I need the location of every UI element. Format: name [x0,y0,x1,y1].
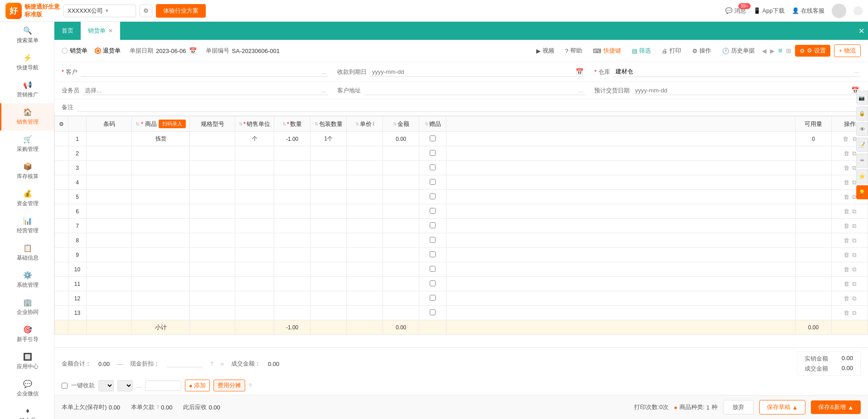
float-btn-6[interactable]: ⭐ [856,169,868,183]
sidebar-item-inventory[interactable]: 📦 库存核算 [0,158,54,185]
debit-info-icon[interactable]: ? [156,405,159,410]
qty-sort-icon[interactable]: ⇅ [282,121,286,126]
customer-addr-dots[interactable]: ... [578,87,583,94]
row3-gift-checkbox[interactable] [430,164,436,170]
save-new-button[interactable]: 保存&新增 ▲ [811,400,861,414]
sidebar-item-purchase[interactable]: 🛒 采购管理 [0,130,54,158]
float-btn-1[interactable]: 📷 [856,91,868,105]
nav-prev-icon[interactable]: ◀ [762,48,766,54]
row1-pack[interactable]: 1个 [310,132,347,146]
sidebar-item-basic[interactable]: 📋 基础信息 [0,239,54,266]
note-input[interactable] [79,104,859,111]
amount-input[interactable] [145,380,181,391]
salesperson-dots[interactable]: ... [321,87,326,94]
operate-btn[interactable]: ⚙ 操作 [689,45,715,56]
discount-info-icon[interactable]: ? [210,361,213,366]
row3-copy-icon[interactable]: ⧉ [852,164,856,171]
th-settings[interactable]: ⚙ [55,116,68,132]
price-info-icon[interactable]: ℹ [373,121,374,127]
sidebar-item-sales[interactable]: 🏠 销售管理 [0,103,54,130]
warehouse-wrapper[interactable]: 建材仓 ... [614,67,861,77]
product-sort-icon[interactable]: ⇅ [136,121,139,126]
float-btn-3[interactable]: 👁 [856,122,868,136]
discard-button[interactable]: 放弃 [723,400,754,414]
account-dots[interactable]: ... [136,382,141,389]
salesperson-wrapper[interactable]: ... [83,86,328,95]
account-select[interactable] [117,380,133,391]
sales-order-radio[interactable]: 销货单 [62,47,87,55]
sidebar-item-operations[interactable]: 📊 经营管理 [0,212,54,239]
row1-delete-icon[interactable]: 🗑 [843,135,849,142]
one-click-payment-checkbox[interactable] [62,383,68,389]
tab-home[interactable]: 首页 [54,22,81,40]
save-draft-button[interactable]: 保存草稿 ▲ [759,400,806,414]
expense-btn[interactable]: 费用分摊 [213,380,245,391]
row1-spec[interactable] [190,132,235,146]
settings-btn[interactable]: ⚙ ⚙ 设置 [795,45,830,57]
sidebar-item-wechat[interactable]: 💬 企业微信 [0,375,54,402]
float-btn-5[interactable]: ✏ [856,154,868,168]
delivery-date-wrapper[interactable]: 📅 [633,86,861,95]
float-btn-7[interactable]: 💡 [856,185,868,199]
settings-icon[interactable]: ⚙ [140,5,152,17]
nav-next-icon[interactable]: ▶ [770,48,775,54]
pack-sort-icon[interactable]: ⇅ [315,121,318,126]
user-avatar[interactable] [832,4,846,18]
return-order-radio[interactable]: 退货单 [95,47,121,55]
customer-addr-input[interactable] [366,87,579,94]
sidebar-item-system[interactable]: ⚙️ 系统管理 [0,266,54,294]
message-button[interactable]: 💬 消息 99+ [725,7,746,15]
row1-qty[interactable]: -1.00 [274,132,310,146]
sidebar-item-search[interactable]: 🔍 搜索菜单 [0,22,54,49]
float-btn-2[interactable]: 🔒 [856,106,868,120]
tab-close-window-icon[interactable]: ✕ [858,27,864,35]
row2-copy-icon[interactable]: ⧉ [852,150,856,157]
customer-input-wrapper[interactable]: ... [81,67,328,77]
price-sort-icon[interactable]: ⇅ [355,121,359,126]
row1-product[interactable]: 拣货 [132,132,190,146]
row1-unit[interactable]: 个 [235,132,274,146]
shortcut-btn[interactable]: ⌨ 快捷键 [589,45,625,56]
trial-button[interactable]: 体验行业方案 [156,4,206,18]
row3-delete-icon[interactable]: 🗑 [844,164,849,171]
grid-view-icon[interactable]: ⊞ [786,47,791,54]
company-selector[interactable]: XXXXXX公司 ▼ [63,5,136,17]
sidebar-item-apps[interactable]: 🔲 应用中心 [0,348,54,375]
print-btn[interactable]: 🖨 打印 [658,45,685,56]
row4-gift-checkbox[interactable] [430,179,436,185]
customer-input[interactable] [83,68,321,75]
tab-close-icon[interactable]: ✕ [108,28,113,34]
warehouse-dots[interactable]: ... [854,67,859,76]
customer-dots[interactable]: ... [321,68,326,75]
row2-delete-icon[interactable]: 🗑 [844,150,849,157]
amount-sort-icon[interactable]: ⇅ [393,121,397,126]
row2-gift-checkbox[interactable] [430,150,436,156]
gift-sort-icon[interactable]: ⇅ [425,121,428,126]
sidebar-item-member[interactable]: ♦ 畅会员 [0,402,54,419]
row1-barcode[interactable] [87,132,132,146]
calc-method-select[interactable] [98,380,114,391]
float-btn-4[interactable]: 📝 [856,138,868,152]
tab-sales-order[interactable]: 销货单 ✕ [81,22,120,40]
customer-addr-wrapper[interactable]: ... [364,86,586,95]
app-download-button[interactable]: 📱 App下载 [753,7,785,15]
date-calendar-icon[interactable]: 📅 [189,47,197,54]
list-view-icon[interactable]: ≡ [778,47,782,55]
scan-btn[interactable]: 扫码录入 [159,120,186,128]
sidebar-item-shortcut[interactable]: ⚡ 快捷导航 [0,49,54,76]
row1-gift-checkbox[interactable] [430,135,436,141]
logistics-btn[interactable]: + 物流 [834,44,861,57]
discount-input[interactable] [167,360,203,367]
add-button[interactable]: ● 添加 [185,380,210,391]
payment-due-wrapper[interactable]: 📅 [370,67,586,77]
history-btn[interactable]: 🕐 历史单据 [718,45,758,56]
payment-due-input[interactable] [372,68,576,75]
video-btn[interactable]: ▶ 视频 [533,45,558,56]
help-btn[interactable]: ? 帮助 [562,45,586,56]
salesperson-input[interactable] [85,87,321,94]
row1-amount[interactable]: 0.00 [383,132,419,146]
sidebar-item-enterprise[interactable]: 🏢 企业协同 [0,294,54,321]
delivery-date-input[interactable] [635,87,851,94]
sidebar-item-newbie[interactable]: 🎯 新手引导 [0,321,54,348]
sidebar-item-marketing[interactable]: 📢 营销推广 [0,76,54,103]
